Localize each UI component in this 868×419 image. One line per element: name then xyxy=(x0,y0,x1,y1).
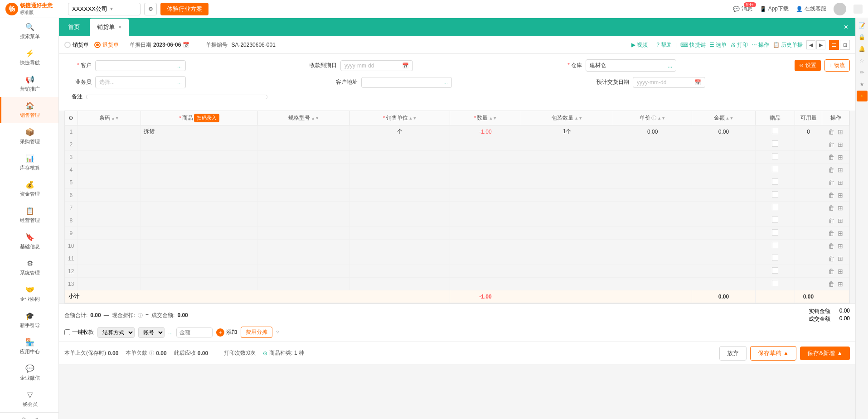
right-panel-btn-2[interactable]: 🔒 xyxy=(857,32,868,43)
row-price-11[interactable] xyxy=(613,252,692,265)
row-product-5[interactable] xyxy=(141,176,258,189)
row-spec-8[interactable] xyxy=(258,214,350,227)
row-product-8[interactable] xyxy=(141,214,258,227)
gift-checkbox-10[interactable] xyxy=(772,242,778,248)
row-spec-2[interactable] xyxy=(258,138,350,151)
save-draft-button[interactable]: 保存草稿 ▲ xyxy=(750,346,797,361)
row-pkg-qty-1[interactable]: 1个 xyxy=(521,125,613,138)
try-industry-button[interactable]: 体验行业方案 xyxy=(160,3,209,15)
row-price-8[interactable] xyxy=(613,214,692,227)
row-amount-6[interactable] xyxy=(692,189,756,202)
copy-icon-8[interactable]: ⊞ xyxy=(837,217,844,224)
amount-input[interactable] xyxy=(176,327,213,337)
row-gift-13[interactable] xyxy=(755,278,795,290)
sales-order-radio[interactable]: 销货单 xyxy=(64,41,89,49)
delete-icon-9[interactable]: 🗑 xyxy=(827,230,835,237)
copy-icon-3[interactable]: ⊞ xyxy=(837,154,844,161)
row-spec-6[interactable] xyxy=(258,189,350,202)
gift-checkbox-8[interactable] xyxy=(772,217,778,223)
sidebar-item-quick-nav[interactable]: ⚡ 快捷导航 xyxy=(0,44,58,71)
delete-icon-5[interactable]: 🗑 xyxy=(827,179,835,186)
sidebar-settings-icon[interactable]: ⚙ xyxy=(21,416,26,419)
row-amount-3[interactable] xyxy=(692,151,756,164)
row-gift-7[interactable] xyxy=(755,202,795,214)
row-qty-13[interactable] xyxy=(450,278,521,290)
sidebar-item-appstore[interactable]: 🏪 应用中心 xyxy=(0,333,58,360)
delivery-cal-icon[interactable]: 📅 xyxy=(694,79,701,86)
row-price-3[interactable] xyxy=(613,151,692,164)
doc-value[interactable]: SA-20230606-001 xyxy=(231,42,275,48)
row-qty-10[interactable] xyxy=(450,240,521,252)
row-amount-12[interactable] xyxy=(692,265,756,278)
row-price-2[interactable] xyxy=(613,138,692,151)
gift-checkbox-12[interactable] xyxy=(772,267,778,274)
sidebar-item-guide[interactable]: 🎓 新手引导 xyxy=(0,307,58,333)
one-click-pay-input[interactable] xyxy=(64,329,70,335)
delete-icon-1[interactable]: 🗑 xyxy=(827,128,835,135)
row-pkg-qty-4[interactable] xyxy=(521,164,613,176)
row-price-4[interactable] xyxy=(613,164,692,176)
return-order-radio[interactable]: 退货单 xyxy=(94,41,119,49)
right-panel-btn-4[interactable]: ☆ xyxy=(857,55,868,66)
sidebar-item-search[interactable]: 🔍 搜索菜单 xyxy=(0,18,58,44)
address-input[interactable]: ... xyxy=(361,77,452,88)
gift-checkbox-7[interactable] xyxy=(772,204,778,210)
row-barcode-8[interactable] xyxy=(78,214,141,227)
right-panel-btn-1[interactable]: 📝 xyxy=(857,20,868,31)
customer-input[interactable]: ... xyxy=(95,60,186,71)
row-barcode-12[interactable] xyxy=(78,265,141,278)
row-unit-1[interactable]: 个 xyxy=(350,125,450,138)
row-unit-3[interactable] xyxy=(350,151,450,164)
delete-icon-4[interactable]: 🗑 xyxy=(827,166,835,173)
row-product-2[interactable] xyxy=(141,138,258,151)
row-qty-9[interactable] xyxy=(450,227,521,240)
remarks-input[interactable] xyxy=(86,95,267,99)
app-download-button[interactable]: 📱 App下载 xyxy=(760,5,789,13)
row-spec-7[interactable] xyxy=(258,202,350,214)
row-gift-9[interactable] xyxy=(755,227,795,240)
payment-cal-icon[interactable]: 📅 xyxy=(402,63,409,69)
row-qty-5[interactable] xyxy=(450,176,521,189)
date-value[interactable]: 2023-06-06 xyxy=(153,42,181,48)
shortcut-button[interactable]: ⌨ 快捷键 xyxy=(680,41,706,49)
sidebar-item-finance[interactable]: 💰 资金管理 xyxy=(0,176,58,202)
row-product-12[interactable] xyxy=(141,265,258,278)
row-spec-4[interactable] xyxy=(258,164,350,176)
abandon-button[interactable]: 放弃 xyxy=(719,346,747,361)
delete-icon-7[interactable]: 🗑 xyxy=(827,204,835,212)
copy-icon-13[interactable]: ⊞ xyxy=(837,280,844,288)
row-amount-8[interactable] xyxy=(692,214,756,227)
delivery-date-input[interactable]: yyyy-mm-dd 📅 xyxy=(633,77,705,88)
row-pkg-qty-2[interactable] xyxy=(521,138,613,151)
sidebar-item-member[interactable]: ▽ 畅会员 xyxy=(0,386,58,412)
gift-checkbox-11[interactable] xyxy=(772,255,778,261)
row-price-10[interactable] xyxy=(613,240,692,252)
select-order-button[interactable]: ☰ 选单 xyxy=(709,41,727,49)
calc-method-select[interactable]: 结算方式 xyxy=(97,327,135,338)
row-unit-11[interactable] xyxy=(350,252,450,265)
price-info-icon[interactable]: ⓘ xyxy=(651,115,656,121)
gift-checkbox-5[interactable] xyxy=(772,178,778,185)
row-spec-10[interactable] xyxy=(258,240,350,252)
account-select[interactable]: 账号 xyxy=(138,327,165,338)
copy-icon-11[interactable]: ⊞ xyxy=(837,255,844,262)
expense-info-icon[interactable]: ? xyxy=(276,330,279,335)
row-unit-10[interactable] xyxy=(350,240,450,252)
tab-sales-order[interactable]: 销货单 × xyxy=(90,19,129,36)
row-pkg-qty-3[interactable] xyxy=(521,151,613,164)
delete-icon-2[interactable]: 🗑 xyxy=(827,141,835,148)
row-barcode-3[interactable] xyxy=(78,151,141,164)
row-barcode-11[interactable] xyxy=(78,252,141,265)
row-amount-5[interactable] xyxy=(692,176,756,189)
row-amount-10[interactable] xyxy=(692,240,756,252)
row-unit-8[interactable] xyxy=(350,214,450,227)
copy-icon-2[interactable]: ⊞ xyxy=(837,141,844,148)
help-button[interactable]: ? 帮助 xyxy=(656,41,672,49)
row-spec-11[interactable] xyxy=(258,252,350,265)
copy-icon-6[interactable]: ⊞ xyxy=(837,192,844,199)
sidebar-item-marketing[interactable]: 📢 营销推广 xyxy=(0,71,58,97)
row-qty-6[interactable] xyxy=(450,189,521,202)
row-price-12[interactable] xyxy=(613,265,692,278)
row-price-13[interactable] xyxy=(613,278,692,290)
sidebar-item-purchase[interactable]: 📦 采购管理 xyxy=(0,123,58,149)
